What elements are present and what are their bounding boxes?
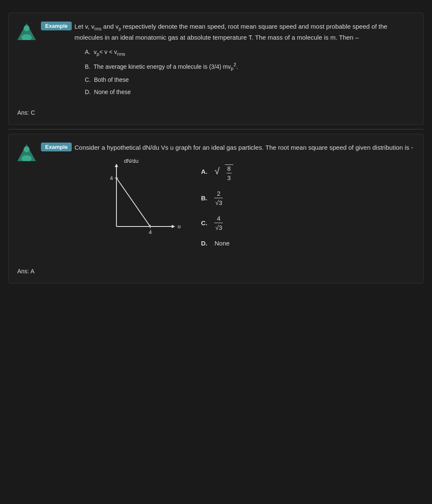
option-A1: A. vp< v < vrms <box>85 48 415 57</box>
svg-text:4: 4 <box>149 229 152 235</box>
page-container: Example Let v, vrms and vp respectively … <box>0 0 432 296</box>
card2-answer: Ans: A <box>17 264 415 275</box>
card2-question-body: Consider a hypothetical dN/du Vs u graph… <box>74 143 413 255</box>
svg-marker-10 <box>172 225 175 228</box>
option-C1: C. Both of these <box>85 75 415 84</box>
card2-question-text: Consider a hypothetical dN/du Vs u graph… <box>74 143 413 153</box>
svg-point-1 <box>24 25 30 31</box>
example-badge-2: Example <box>41 143 72 151</box>
card2-badge-text: Example Consider a hypothetical dN/du Vs… <box>41 143 415 255</box>
svg-text:dN/du: dN/du <box>124 158 139 164</box>
avatar-icon-1 <box>17 22 36 40</box>
graph-and-options: dN/du u <box>74 157 413 255</box>
svg-line-12 <box>116 178 150 226</box>
example-badge-1: Example <box>41 22 72 30</box>
svg-text:4: 4 <box>110 175 113 181</box>
card1-options: A. vp< v < vrms B. The average kinetic e… <box>85 48 415 97</box>
example-card-1: Example Let v, vrms and vp respectively … <box>8 13 424 125</box>
svg-point-4 <box>24 146 30 152</box>
option-D2: D. None <box>201 240 413 247</box>
card1-question: Let v, vrms and vp respectively denote t… <box>74 22 415 43</box>
avatar-icon-2 <box>17 143 36 161</box>
graph-area: dN/du u <box>100 157 184 247</box>
card1-badge-text: Example Let v, vrms and vp respectively … <box>41 22 415 43</box>
card2-header: Example Consider a hypothetical dN/du Vs… <box>17 143 415 255</box>
svg-text:u: u <box>178 223 181 229</box>
svg-marker-8 <box>115 164 118 167</box>
option-B2: B. 2 √3 <box>201 190 413 206</box>
divider <box>8 129 424 129</box>
example-card-2: Example Consider a hypothetical dN/du Vs… <box>8 134 424 283</box>
option-A2: A. √ 8 3 <box>201 161 413 181</box>
card1-header: Example Let v, vrms and vp respectively … <box>17 22 415 43</box>
option-B1: B. The average kinetic energy of a molec… <box>85 61 415 72</box>
option-D1: D. None of these <box>85 88 415 97</box>
card2-options: A. √ 8 3 B <box>192 157 413 255</box>
card1-answer: Ans: C <box>17 105 415 116</box>
option-C2: C. 4 √3 <box>201 215 413 231</box>
